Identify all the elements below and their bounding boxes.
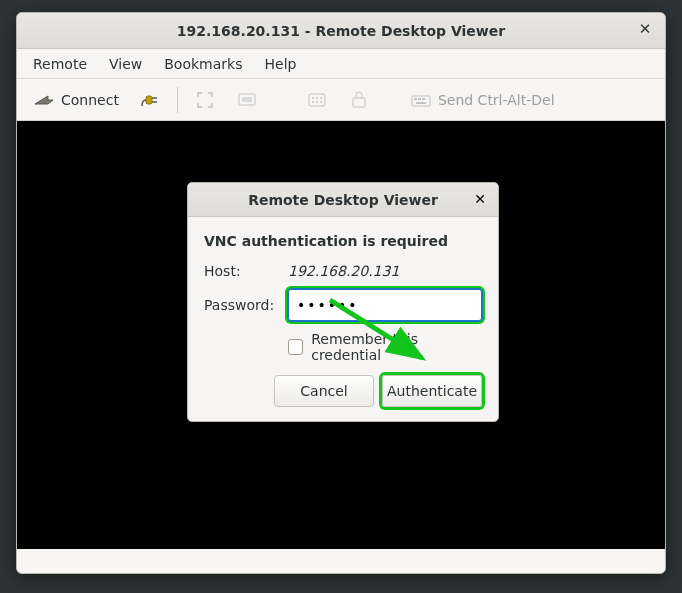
remember-checkbox[interactable] (288, 339, 303, 355)
send-cad-button[interactable]: Send Ctrl-Alt-Del (402, 85, 563, 115)
auth-dialog: Remote Desktop Viewer ✕ VNC authenticati… (187, 182, 499, 422)
screenshot-icon (236, 89, 258, 111)
menu-remote[interactable]: Remote (23, 52, 97, 76)
fullscreen-button[interactable] (186, 85, 224, 115)
dialog-heading: VNC authentication is required (204, 233, 482, 249)
svg-point-8 (320, 97, 322, 99)
window-title: 192.168.20.131 - Remote Desktop Viewer (177, 23, 505, 39)
connect-label: Connect (61, 92, 119, 108)
svg-point-11 (320, 101, 322, 103)
connect-icon (33, 89, 55, 111)
password-label: Password: (204, 297, 278, 313)
svg-rect-12 (353, 98, 365, 107)
statusbar (17, 549, 665, 573)
svg-rect-15 (418, 98, 421, 100)
toolbar-separator (177, 87, 178, 113)
screenshot-button[interactable] (228, 85, 266, 115)
close-icon: ✕ (639, 20, 652, 38)
menubar: Remote View Bookmarks Help (17, 49, 665, 79)
dialog-close-button[interactable]: ✕ (470, 189, 490, 209)
scaling-button[interactable] (340, 85, 378, 115)
menu-bookmarks[interactable]: Bookmarks (154, 52, 252, 76)
svg-rect-5 (309, 94, 325, 106)
password-input[interactable] (288, 289, 482, 321)
host-value: 192.168.20.131 (288, 263, 399, 279)
dialog-title: Remote Desktop Viewer (248, 192, 438, 208)
plug-icon (139, 89, 161, 111)
remember-row: Remember this credential (288, 331, 482, 363)
send-keys-icon (410, 89, 432, 111)
remember-label: Remember this credential (311, 331, 482, 363)
svg-rect-16 (422, 98, 425, 100)
password-row: Password: (204, 289, 482, 321)
titlebar: 192.168.20.131 - Remote Desktop Viewer ✕ (17, 13, 665, 49)
svg-rect-4 (242, 97, 252, 102)
fullscreen-icon (194, 89, 216, 111)
menu-view[interactable]: View (99, 52, 152, 76)
dialog-titlebar: Remote Desktop Viewer ✕ (188, 183, 498, 217)
svg-rect-0 (146, 96, 152, 104)
dialog-body: VNC authentication is required Host: 192… (188, 217, 498, 421)
window-close-button[interactable]: ✕ (635, 19, 655, 39)
send-cad-label: Send Ctrl-Alt-Del (438, 92, 555, 108)
connect-button[interactable]: Connect (25, 85, 127, 115)
menu-help[interactable]: Help (254, 52, 306, 76)
close-icon: ✕ (474, 191, 486, 207)
svg-rect-13 (412, 96, 430, 106)
keyboard-icon (306, 89, 328, 111)
svg-rect-14 (414, 98, 417, 100)
view-only-button[interactable] (298, 85, 336, 115)
svg-point-6 (312, 97, 314, 99)
svg-point-7 (316, 97, 318, 99)
host-row: Host: 192.168.20.131 (204, 263, 482, 279)
svg-rect-17 (416, 102, 426, 104)
disconnect-button[interactable] (131, 85, 169, 115)
lock-icon (348, 89, 370, 111)
dialog-buttons: Cancel Authenticate (204, 375, 482, 407)
authenticate-button[interactable]: Authenticate (382, 375, 482, 407)
authenticate-label: Authenticate (387, 383, 477, 399)
toolbar: Connect (17, 79, 665, 121)
cancel-button[interactable]: Cancel (274, 375, 374, 407)
svg-point-10 (316, 101, 318, 103)
cancel-label: Cancel (300, 383, 347, 399)
svg-point-9 (312, 101, 314, 103)
host-label: Host: (204, 263, 278, 279)
